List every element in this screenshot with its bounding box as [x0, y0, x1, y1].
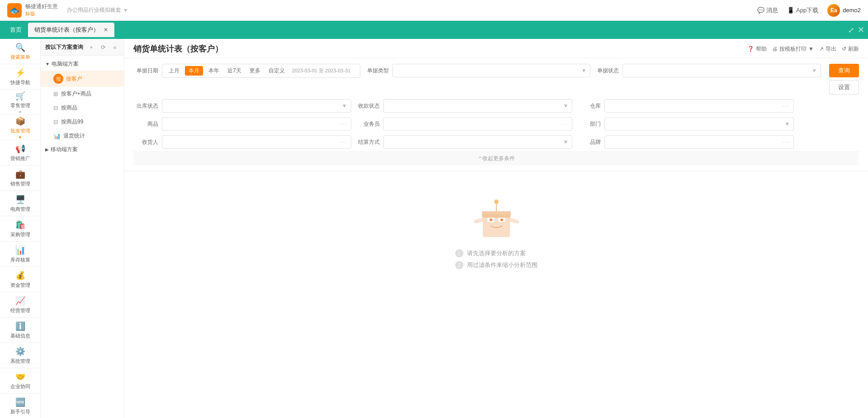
bill-type-select[interactable]: ▼ [392, 64, 591, 77]
sidebar-item-purchase[interactable]: 🛍️ 采购管理 [0, 216, 40, 242]
tab-home[interactable]: 首页 [4, 23, 28, 37]
panel-actions: + ⟳ « [87, 43, 119, 52]
sidebar-item-basic-info[interactable]: ℹ️ 基础信息 [0, 318, 40, 343]
sidebar-item-finance[interactable]: 💰 资金管理 [0, 267, 40, 292]
hint-num-1: 1 [455, 249, 463, 257]
query-buttons: 查询 设置 [829, 64, 859, 95]
svg-rect-9 [509, 218, 519, 223]
brand-cell: 品牌 ··· [576, 135, 794, 149]
system-icon: ⚙️ [15, 347, 25, 356]
sidebar-item-ecommerce[interactable]: 🖥️ 电商管理 [0, 191, 40, 216]
sidebar-item-marketing[interactable]: 📢 营销推广 [0, 140, 40, 166]
tree-group-mobile-header[interactable]: ▶ 移动端方案 [41, 143, 124, 156]
date-prev-month-btn[interactable]: 上月 [166, 66, 182, 76]
settings-btn[interactable]: 设置 [829, 80, 859, 95]
date-7days-btn[interactable]: 近7天 [225, 66, 244, 76]
sidebar-item-cooperation[interactable]: 🤝 企业协同 [0, 368, 40, 394]
empty-hint-2: 2 用过滤条件来缩小分析范围 [455, 261, 538, 269]
message-btn[interactable]: 💬 消息 [757, 6, 778, 14]
payment-status-select[interactable]: ▼ [383, 99, 573, 113]
sidebar-item-operations[interactable]: 📈 经营管理 [0, 292, 40, 318]
tree-group-mobile: ▶ 移动端方案 [41, 143, 124, 156]
maximize-btn[interactable]: ⤢ [848, 26, 854, 34]
page-title-row: 销货单统计表（按客户） ❓ 帮助 🖨 按模板打印 ▼ ↗ 导出 [133, 43, 859, 54]
collapse-panel-btn[interactable]: « [110, 43, 119, 52]
print-icon: 🖨 [772, 46, 778, 52]
brand-label: 品牌 [576, 138, 601, 146]
sidebar-item-inventory[interactable]: 📊 库存核算 [0, 242, 40, 267]
tree-item-by-goods99[interactable]: ⊟ 按商品99 [41, 115, 124, 129]
close-tab-btn[interactable]: ✕ [858, 25, 864, 35]
query-btn[interactable]: 查询 [829, 64, 859, 77]
filter-row-1: 单据日期 上月 本月 本年 近7天 更多 自定义 2023-03-01 至 20… [133, 64, 859, 95]
sidebar-item-wholesale[interactable]: 📦 批发管理 ▲ [0, 115, 40, 140]
ecommerce-icon: 🖥️ [15, 195, 25, 204]
tree-item-label: 按客户 [66, 75, 82, 83]
user-area[interactable]: Ea demo2 [827, 4, 861, 17]
chart-icon: 📊 [53, 133, 61, 139]
add-scheme-btn[interactable]: + [87, 43, 96, 52]
goods-select[interactable]: ··· [162, 117, 351, 131]
tree-item-label: 按客户+商品 [61, 90, 91, 98]
salesperson-select[interactable]: ··· [383, 117, 573, 131]
tree-group-desktop-header[interactable]: ▼ 电脑端方案 [41, 57, 124, 71]
tree-item-return-stats[interactable]: 📊 退货统计 [41, 129, 124, 143]
svg-rect-1 [482, 211, 511, 218]
app-download-btn[interactable]: 📱 App下载 [787, 6, 818, 14]
recipient-select[interactable]: ··· [162, 135, 351, 149]
newbie-icon: 🆕 [15, 397, 25, 407]
avatar: Ea [827, 4, 840, 17]
tree-item-by-customer[interactable]: 按 按客户 [41, 71, 124, 87]
hint-num-2: 2 [455, 261, 463, 269]
export-btn[interactable]: ↗ 导出 [819, 45, 836, 53]
goods-cell: 商品 ··· [133, 117, 351, 131]
filter-row-4: 收货人 ··· 结算方式 ▼ 品牌 [133, 135, 859, 149]
bill-status-select[interactable]: ▼ [623, 64, 821, 77]
brand-select[interactable]: ··· [604, 135, 794, 149]
sidebar-item-newbie[interactable]: 🆕 新手引导 [0, 394, 40, 418]
sidebar: 🔍 搜索菜单 ⚡ 快捷导航 🛒 零售管理 ▲ 📦 批发管理 ▲ 📢 营销推广 💼… [0, 39, 41, 418]
refresh-scheme-btn[interactable]: ⟳ [99, 43, 108, 52]
out-status-select[interactable]: ▼ [162, 99, 351, 113]
sidebar-item-search[interactable]: 🔍 搜索菜单 [0, 39, 40, 64]
tab-sales-stats[interactable]: 销货单统计表（按客户） ✕ [28, 23, 114, 37]
collapse-more-btn[interactable]: ⌃ 收起更多条件 [133, 152, 859, 165]
date-custom-btn[interactable]: 自定义 [266, 66, 288, 76]
marketing-icon: 📢 [15, 144, 25, 154]
download-icon: 📱 [787, 7, 794, 14]
sidebar-item-system[interactable]: ⚙️ 系统管理 [0, 343, 40, 368]
finance-icon: 💰 [15, 271, 25, 280]
bill-status-label: 单据状态 [594, 67, 619, 75]
sidebar-item-sales[interactable]: 💼 销售管理 [0, 166, 40, 191]
svg-rect-8 [473, 218, 484, 223]
tree-item-by-goods[interactable]: ⊟ 按商品 [41, 101, 124, 115]
print-btn[interactable]: 🖨 按模板打印 ▼ [772, 45, 814, 53]
department-select[interactable]: ▼ [604, 117, 794, 131]
sidebar-item-retail[interactable]: 🛒 零售管理 ▲ [0, 90, 40, 115]
tree-item-by-customer-goods[interactable]: ⊞ 按客户+商品 [41, 87, 124, 101]
department-cell: 部门 ▼ [576, 117, 794, 131]
recipient-dots-icon: ··· [340, 139, 347, 145]
logo-text: 畅捷通好生意 标版 [25, 3, 58, 17]
sidebar-item-quick-nav[interactable]: ⚡ 快捷导航 [0, 64, 40, 90]
warehouse-cell: 仓库 ··· [576, 99, 794, 113]
date-this-year-btn[interactable]: 本年 [206, 66, 222, 76]
department-arrow-icon: ▼ [784, 121, 790, 127]
date-range-text: 2023-03-01 至 2023-03-31 [292, 67, 351, 74]
help-icon: ❓ [747, 46, 754, 52]
refresh-btn[interactable]: ↺ 刷新 [842, 45, 859, 53]
settle-method-select[interactable]: ▼ [383, 135, 573, 149]
svg-rect-0 [483, 214, 510, 237]
svg-point-5 [500, 218, 503, 221]
warehouse-select[interactable]: ··· [604, 99, 794, 113]
wholesale-icon: 📦 [15, 116, 25, 126]
help-btn[interactable]: ❓ 帮助 [747, 45, 767, 53]
date-this-month-btn[interactable]: 本月 [185, 66, 203, 76]
tab-close-icon[interactable]: ✕ [104, 27, 108, 33]
message-icon: 💬 [757, 7, 764, 14]
date-filter-control[interactable]: 上月 本月 本年 近7天 更多 自定义 2023-03-01 至 2023-03… [162, 64, 360, 78]
date-label: 单据日期 [133, 67, 158, 75]
retail-icon: 🛒 [15, 91, 25, 101]
date-more-btn[interactable]: 更多 [247, 66, 263, 76]
recipient-label: 收货人 [133, 138, 158, 146]
